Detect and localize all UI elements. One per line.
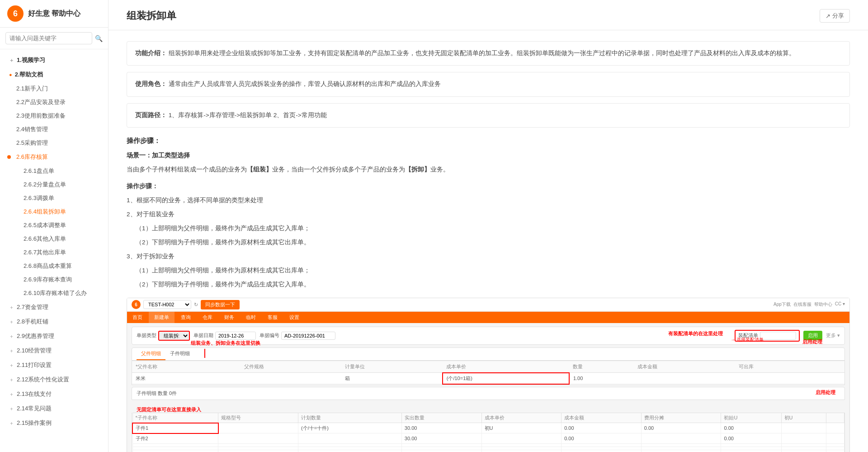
split-stocktake-label: 2.6.2分量盘点单: [24, 181, 66, 189]
toggle-icon-ops: ＋: [9, 347, 14, 354]
function-intro-block: 功能介绍： 组装拆卸单用来处理企业组装或拆卸等加工业务，支持有固定装配清单的产品…: [127, 41, 850, 66]
sidebar-item-docs-label: 2.帮助文档: [15, 71, 43, 79]
th-unit: 计量单位: [341, 361, 443, 373]
ss-nav-warehouse[interactable]: 仓库: [197, 312, 218, 323]
sidebar-item-stocktake[interactable]: 2.6.1盘点单: [0, 164, 108, 178]
sidebar-item-split-stocktake[interactable]: 2.6.2分量盘点单: [0, 178, 108, 191]
ss-order-input[interactable]: [281, 332, 335, 340]
td-row-action: [817, 373, 844, 384]
td-unit: 箱: [341, 373, 443, 384]
th-child-name: *子件名称: [132, 413, 218, 423]
share-button[interactable]: ↗ 分享: [820, 9, 850, 23]
sidebar-item-docs[interactable]: ● 2.帮助文档: [0, 67, 108, 82]
td-c1-amt: 0.00: [561, 423, 642, 433]
ss-bom-input[interactable]: [760, 332, 796, 340]
sidebar-item-assembly[interactable]: 2.6.4组装拆卸单: [0, 205, 108, 219]
th-parent-spec: 父件规格: [241, 361, 342, 373]
sidebar-item-video[interactable]: ＋ 1.视频学习: [0, 53, 108, 67]
ss-nav-home[interactable]: 首页: [127, 312, 148, 323]
ss-nav-query[interactable]: 查询: [175, 312, 196, 323]
search-icon[interactable]: 🔍: [95, 35, 103, 42]
coupon-label: 2.9优惠券管理: [17, 332, 54, 340]
ss-bottom-header: 子件明细 数量 0件 无固定清单可在这里直接录入 启用处理: [132, 387, 845, 400]
search-input[interactable]: [5, 32, 92, 44]
finance-label: 2.7资金管理: [17, 303, 48, 311]
th-actions: [817, 361, 844, 373]
td-c1-action: [826, 423, 844, 433]
sidebar-item-cost-recalc[interactable]: 2.6.8商品成本重算: [0, 259, 108, 273]
ss-tab-parent[interactable]: 父件明细: [137, 348, 165, 360]
sidebar-item-newcomer[interactable]: 2.1新手入门: [0, 82, 108, 95]
sidebar-header: 6 好生意 帮助中心: [0, 0, 108, 28]
sidebar-item-cases[interactable]: ＋ 2.15操作案例: [0, 416, 108, 430]
sidebar-item-ledger-fix[interactable]: 2.6.10库存账本错了么办: [0, 286, 108, 300]
ss-type-label: 单据类型: [137, 332, 156, 339]
personalize-label: 2.12系统个性化设置: [17, 376, 69, 384]
content-header: 组装拆卸单 ↗ 分享: [108, 0, 868, 30]
td-c2-name: 子件2: [132, 433, 218, 444]
page-title: 组装拆卸单: [127, 9, 176, 23]
ss-sync-button[interactable]: 同步数据一下: [201, 300, 240, 309]
ss-nav-finance[interactable]: 财务: [219, 312, 240, 323]
sidebar-item-faq[interactable]: ＋ 2.14常见问题: [0, 401, 108, 416]
ss-topbar-left: 6 TEST-H002 ↻ 同步数据一下: [132, 300, 770, 309]
table-row: [132, 450, 844, 452]
td-c2-fee: [641, 433, 721, 444]
sidebar-item-other-in[interactable]: 2.6.6其他入库单: [0, 232, 108, 246]
data-label: 2.3使用前数据准备: [16, 112, 66, 120]
ss-toolbar: 单据类型 组装拆卸 单据日期 单据编号: [132, 327, 845, 345]
ss-enable-button[interactable]: 启用: [803, 331, 822, 340]
ss-type-select[interactable]: 组装拆卸: [158, 331, 190, 341]
sidebar-item-cost-adjust[interactable]: 2.6.5成本调整单: [0, 219, 108, 232]
td-c2-cost: [481, 433, 561, 444]
sidebar-item-coupon[interactable]: ＋ 2.9优惠券管理: [0, 329, 108, 343]
step3-2: （2）下部明细为子件明细，最终作为产成品生成其它入库单。: [127, 278, 850, 290]
sidebar-item-inventory[interactable]: 2.6库存核算: [0, 150, 108, 164]
ss-nav-new[interactable]: 新建单: [149, 312, 175, 323]
sidebar-item-install[interactable]: 2.2产品安装及登录: [0, 95, 108, 109]
td-c1-fee: 0.00: [641, 423, 721, 433]
ledger-fix-label: 2.6.10库存账本错了么办: [24, 289, 87, 297]
toggle-icon: ＋: [9, 57, 14, 64]
sidebar-item-purchase[interactable]: 2.5采购管理: [0, 136, 108, 150]
sidebar-item-mobile[interactable]: ＋ 2.8手机旺铺: [0, 314, 108, 329]
sidebar-item-ops[interactable]: ＋ 2.10经营管理: [0, 343, 108, 358]
sidebar-item-personalize[interactable]: ＋ 2.12系统个性化设置: [0, 372, 108, 387]
th-fee-alloc: 费用分摊: [641, 413, 721, 423]
ss-date-input[interactable]: [215, 332, 256, 340]
sidebar-item-pay[interactable]: ＋ 2.13在线支付: [0, 387, 108, 401]
sidebar-item-data[interactable]: 2.3使用前数据准备: [0, 109, 108, 123]
share-icon: ↗: [826, 13, 830, 19]
cases-label: 2.15操作案例: [17, 419, 52, 427]
purchase-label: 2.5采购管理: [16, 139, 48, 147]
td-c1-initu2: [781, 423, 826, 433]
sidebar-item-ledger-check[interactable]: 2.6.9库存账本查询: [0, 273, 108, 286]
th-init-u: 初始U: [721, 413, 781, 423]
ss-company-select[interactable]: TEST-H002: [143, 300, 191, 309]
th-qty: 数量: [569, 361, 634, 373]
ops-title: 操作步骤：: [127, 137, 850, 145]
td-parent-spec: [241, 373, 342, 384]
td-c2-plan: [298, 433, 402, 444]
sidebar: 6 好生意 帮助中心 🔍 ＋ 1.视频学习 ● 2.帮助文档 2.1新手入门 2…: [0, 0, 108, 452]
cost-recalc-label: 2.6.8商品成本重算: [24, 262, 72, 270]
sidebar-item-transfer[interactable]: 2.6.3调拨单: [0, 191, 108, 205]
td-avail: [735, 373, 818, 384]
step2: 2、对于组装业务: [127, 208, 850, 220]
app-logo: 6: [7, 5, 24, 22]
ss-order-label: 单据编号: [259, 332, 279, 339]
ss-nav-service[interactable]: 客服: [262, 312, 283, 323]
ss-nav-temp[interactable]: 临时: [241, 312, 261, 323]
th-cost-amt: 成本金额: [634, 361, 735, 373]
ss-logo: 6: [132, 300, 141, 309]
ss-tab-child[interactable]: 子件明细: [165, 348, 194, 360]
ss-top-table-container: *父件名称 父件规格 计量单位 成本单价 数量 成本金额 可出库: [132, 361, 845, 385]
sales-label: 2.4销售管理: [16, 125, 48, 133]
sidebar-item-print[interactable]: ＋ 2.11打印设置: [0, 358, 108, 372]
ss-date-field: 单据日期: [193, 332, 256, 340]
sidebar-item-sales[interactable]: 2.4销售管理: [0, 123, 108, 136]
sidebar-item-other-out[interactable]: 2.6.7其他出库单: [0, 246, 108, 259]
sidebar-item-finance[interactable]: ＋ 2.7资金管理: [0, 300, 108, 314]
ss-nav-settings[interactable]: 设置: [284, 312, 305, 323]
newcomer-label: 2.1新手入门: [16, 85, 48, 93]
